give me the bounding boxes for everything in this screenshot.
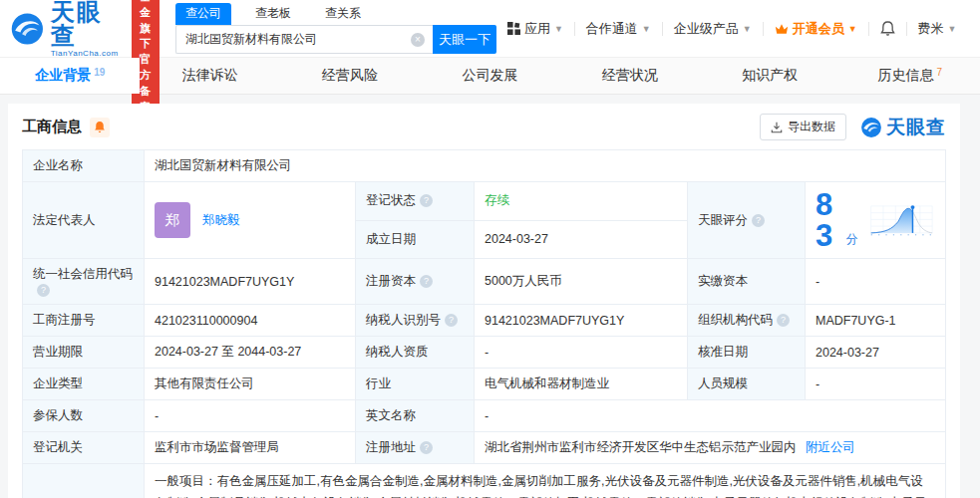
table-row: 经营范围 一般项目：有色金属压延加工,有色金属合金制造,金属材料制造,金属切削加… <box>23 464 946 498</box>
tab-label: 公司发展 <box>462 67 517 85</box>
brand-name: 天眼查 <box>51 0 122 48</box>
uscc-value: 91421023MADF7UYG1Y <box>145 259 356 305</box>
table-row: 法定代表人 郑 郑晓毅 登记状态? 存续 天眼评分? 83 分 <box>23 182 946 221</box>
registered-capital-value: 5000万人民币 <box>475 259 688 305</box>
english-name-label: 英文名称 <box>356 400 475 432</box>
menu-vip-upgrade[interactable]: 开通会员 ▼ <box>764 20 868 38</box>
business-scope-label: 经营范围 <box>23 464 145 498</box>
user-menu[interactable]: 费米 ▼ <box>907 20 968 38</box>
company-section-tabs: 企业背景 19 法律诉讼 经营风险 公司发展 经营状况 知识产权 历史信息 7 <box>0 57 980 95</box>
help-icon[interactable]: ? <box>777 314 790 327</box>
reg-status-value: 存续 <box>475 182 688 221</box>
tyc-score-cell[interactable]: 83 分 <box>806 182 946 259</box>
paid-capital-value: - <box>806 259 946 305</box>
chevron-down-icon: ▼ <box>743 24 752 34</box>
subscribe-bell-chip[interactable] <box>90 118 110 137</box>
nearby-companies-link[interactable]: 附近公司 <box>806 440 855 454</box>
help-icon[interactable]: ? <box>420 194 433 207</box>
reg-status-label-text: 登记状态 <box>366 193 416 207</box>
chevron-down-icon: ▼ <box>554 24 563 34</box>
menu-apps[interactable]: 应用 ▼ <box>496 20 574 38</box>
legal-rep-avatar[interactable]: 郑 <box>155 202 190 238</box>
approval-date-value: 2024-03-27 <box>806 337 946 369</box>
help-icon[interactable]: ? <box>420 275 433 288</box>
table-row: 工商注册号 421023110000904 纳税人识别号? 91421023MA… <box>23 305 946 337</box>
brand-domain: TianYanCha.com <box>51 50 122 58</box>
bell-icon <box>94 121 106 133</box>
business-scope-value: 一般项目：有色金属压延加工,有色金属合金制造,金属材料制造,金属切削加工服务,光… <box>145 464 946 498</box>
chevron-down-icon: ▼ <box>948 24 957 34</box>
tab-label: 历史信息 <box>877 67 933 85</box>
menu-enterprise-label: 企业级产品 <box>674 20 739 38</box>
score-value: 83 <box>816 189 837 251</box>
legal-rep-label: 法定代表人 <box>23 182 145 259</box>
table-row: 参保人数 - 英文名称 - <box>23 400 946 432</box>
chevron-down-icon: ▼ <box>848 24 857 34</box>
registration-number-value: 421023110000904 <box>145 305 356 337</box>
table-row: 登记机关 监利市市场监督管理局 注册地址? 湖北省荆州市监利市经济开发区华中生态… <box>23 432 946 464</box>
bell-icon <box>880 21 895 37</box>
tab-label: 企业背景 <box>35 67 91 85</box>
search-tab-company[interactable]: 查公司 <box>175 3 231 25</box>
search-input[interactable] <box>175 25 433 54</box>
tyc-score-label: 天眼评分? <box>688 182 806 259</box>
menu-enterprise-products[interactable]: 企业级产品 ▼ <box>663 20 763 38</box>
insured-count-label: 参保人数 <box>23 400 145 432</box>
org-code-label: 组织机构代码? <box>688 305 806 337</box>
top-bar: 天眼查 TianYanCha.com 国家中小企业发展子基金旗下 官方备案企业征… <box>0 0 980 57</box>
help-icon[interactable]: ? <box>752 214 765 227</box>
legal-rep-link[interactable]: 郑晓毅 <box>202 212 240 229</box>
staff-size-value: - <box>806 369 946 400</box>
legal-rep-cell: 郑 郑晓毅 <box>145 182 356 259</box>
tab-label: 经营风险 <box>322 67 378 85</box>
reg-status-label: 登记状态? <box>356 182 475 221</box>
export-data-button[interactable]: 导出数据 <box>760 114 846 140</box>
notifications-button[interactable] <box>869 21 906 37</box>
menu-cooperation[interactable]: 合作通道 ▼ <box>575 20 662 38</box>
taxpayer-id-value: 91421023MADF7UYG1Y <box>475 305 688 337</box>
menu-vip-label: 开通会员 <box>793 20 844 38</box>
chevron-down-icon: ▼ <box>642 24 651 34</box>
registered-address-value: 湖北省荆州市监利市经济开发区华中生态铝示范产业园内 <box>485 440 797 454</box>
tyc-score-label-text: 天眼评分 <box>698 213 748 227</box>
tab-company-development[interactable]: 公司发展 <box>420 58 559 94</box>
clear-search-icon[interactable]: × <box>411 33 425 47</box>
tab-intellectual-property[interactable]: 知识产权 <box>700 58 839 94</box>
uscc-label: 统一社会信用代码? <box>23 259 145 305</box>
menu-apps-label: 应用 <box>524 20 550 38</box>
help-icon[interactable]: ? <box>420 441 433 454</box>
registration-authority-label: 登记机关 <box>23 432 145 464</box>
company-name-label: 企业名称 <box>23 150 145 182</box>
registration-number-label: 工商注册号 <box>23 305 145 337</box>
tab-operating-risk[interactable]: 经营风险 <box>280 58 420 94</box>
search-button[interactable]: 天眼一下 <box>433 25 496 54</box>
section-title: 工商信息 <box>22 118 82 136</box>
taxpayer-qualification-label: 纳税人资质 <box>356 337 475 369</box>
tab-history-info[interactable]: 历史信息 7 <box>840 58 980 94</box>
search-tab-relation[interactable]: 查关系 <box>315 3 371 25</box>
menu-cooperation-label: 合作通道 <box>586 20 638 38</box>
export-data-label: 导出数据 <box>788 119 835 135</box>
approval-date-label: 核准日期 <box>688 337 806 369</box>
tianyancha-logo-icon <box>860 117 882 138</box>
staff-size-label: 人员规模 <box>688 369 806 400</box>
tianyancha-logo[interactable]: 天眼查 TianYanCha.com <box>10 0 122 58</box>
industry-label: 行业 <box>356 369 475 400</box>
crown-icon <box>775 23 789 35</box>
taxpayer-qualification-value: - <box>475 337 688 369</box>
table-row: 企业类型 其他有限责任公司 行业 电气机械和器材制造业 人员规模 - <box>23 369 946 400</box>
search-tab-boss[interactable]: 查老板 <box>245 3 301 25</box>
established-date-value: 2024-03-27 <box>475 220 688 259</box>
tab-legal-proceedings[interactable]: 法律诉讼 <box>140 58 279 94</box>
established-date-label: 成立日期 <box>356 220 475 259</box>
table-row: 统一社会信用代码? 91421023MADF7UYG1Y 注册资本? 5000万… <box>23 259 946 305</box>
taxpayer-id-label: 纳税人识别号? <box>356 305 475 337</box>
tab-label: 知识产权 <box>742 67 798 85</box>
tab-operating-status[interactable]: 经营状况 <box>560 58 700 94</box>
tab-company-background[interactable]: 企业背景 19 <box>0 58 140 94</box>
tab-count-badge: 7 <box>936 67 942 78</box>
org-code-value: MADF7UYG-1 <box>806 305 946 337</box>
table-row: 营业期限 2024-03-27 至 2044-03-27 纳税人资质 - 核准日… <box>23 337 946 369</box>
help-icon[interactable]: ? <box>37 284 50 297</box>
help-icon[interactable]: ? <box>445 314 458 327</box>
